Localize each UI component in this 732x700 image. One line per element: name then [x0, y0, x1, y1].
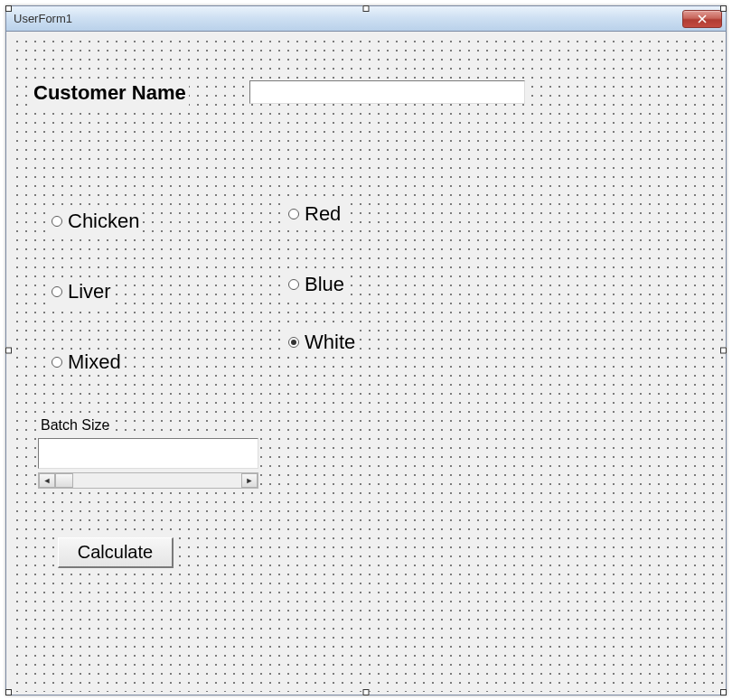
radio-icon: [52, 286, 62, 297]
calculate-button-label: Calculate: [78, 542, 153, 563]
radio-label: Chicken: [68, 210, 139, 233]
form-design-surface[interactable]: Customer Name Chicken Liver Mixed Red Bl…: [9, 33, 723, 692]
resize-handle-icon[interactable]: [720, 348, 727, 354]
radio-label: Blue: [305, 273, 344, 296]
resize-handle-icon[interactable]: [720, 5, 727, 12]
radio-blue[interactable]: Blue: [286, 272, 347, 297]
batch-size-input[interactable]: [38, 438, 258, 469]
radio-icon: [288, 337, 299, 348]
radio-label: White: [305, 331, 355, 354]
radio-icon: [52, 216, 62, 227]
radio-icon: [288, 209, 299, 219]
close-button[interactable]: [682, 10, 722, 28]
chevron-right-icon: ►: [246, 476, 254, 485]
scrollbar-thumb[interactable]: [55, 473, 73, 488]
close-icon: [698, 14, 707, 23]
radio-mixed[interactable]: Mixed: [49, 350, 124, 375]
chevron-left-icon: ◄: [43, 476, 52, 485]
radio-white[interactable]: White: [286, 330, 358, 355]
radio-label: Liver: [68, 280, 111, 303]
customer-name-input[interactable]: [249, 80, 525, 104]
batch-size-label: Batch Size: [38, 416, 112, 434]
calculate-button[interactable]: Calculate: [58, 537, 174, 568]
userform-window: UserForm1 Customer Name Chicken Liver Mi…: [5, 5, 727, 695]
resize-handle-icon[interactable]: [363, 5, 370, 12]
resize-handle-icon[interactable]: [5, 348, 12, 354]
scroll-left-button[interactable]: ◄: [39, 473, 55, 488]
radio-icon: [52, 357, 62, 368]
radio-label: Red: [305, 202, 341, 226]
radio-label: Mixed: [68, 350, 121, 374]
resize-handle-icon[interactable]: [5, 689, 12, 695]
resize-handle-icon[interactable]: [363, 689, 370, 695]
radio-icon: [288, 279, 299, 290]
resize-handle-icon[interactable]: [5, 5, 12, 12]
radio-chicken[interactable]: Chicken: [49, 209, 142, 234]
window-title: UserForm1: [14, 12, 72, 25]
scroll-right-button[interactable]: ►: [241, 473, 258, 488]
batch-size-scrollbar[interactable]: ◄ ►: [38, 472, 258, 489]
radio-red[interactable]: Red: [286, 201, 343, 227]
scrollbar-track[interactable]: [55, 473, 241, 488]
customer-name-label: Customer Name: [31, 80, 189, 106]
resize-handle-icon[interactable]: [720, 689, 727, 695]
radio-liver[interactable]: Liver: [49, 279, 114, 304]
